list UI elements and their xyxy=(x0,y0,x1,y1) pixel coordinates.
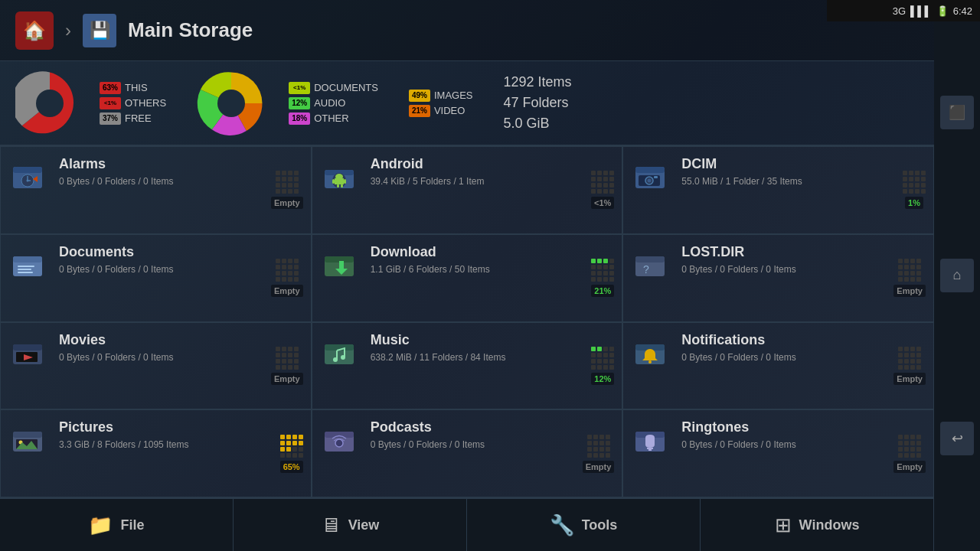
window-button[interactable]: ⬛ xyxy=(940,96,974,129)
pie-chart-1 xyxy=(15,69,84,138)
item-info-movies: Movies 0 Bytes / 0 Folders / 0 Items xyxy=(59,332,303,364)
badge-grid-pictures xyxy=(280,435,303,458)
breadcrumb-arrow: › xyxy=(65,20,71,41)
folder-item-alarms[interactable]: Alarms 0 Bytes / 0 Folders / 0 Items Emp… xyxy=(0,146,312,234)
svg-point-22 xyxy=(648,179,652,183)
main-content: 🏠 › 💾 Main Storage 63% THIS <1% OTHERS xyxy=(0,0,934,551)
legend-item-audio: 12% AUDIO xyxy=(289,97,378,109)
item-badge-download: 21% xyxy=(591,259,614,297)
item-details-download: 1.1 GiB / 6 Folders / 50 Items xyxy=(371,263,615,276)
legend-item-this: 63% THIS xyxy=(100,82,166,94)
android-folder-icon xyxy=(322,156,361,196)
item-badge-ringtones: Empty xyxy=(893,435,926,473)
item-info-download: Download 1.1 GiB / 6 Folders / 50 Items xyxy=(371,244,615,276)
item-info-notifications: Notifications 0 Bytes / 0 Folders / 0 It… xyxy=(681,332,926,364)
home-button[interactable]: 🏠 xyxy=(15,11,54,50)
item-details-music: 638.2 MiB / 11 Folders / 84 Items xyxy=(371,351,615,364)
badge-label-documents: Empty xyxy=(271,285,303,297)
item-name-lost.dir: LOST.DIR xyxy=(681,244,926,260)
item-info-ringtones: Ringtones 0 Bytes / 0 Folders / 0 Items xyxy=(681,419,926,452)
folder-item-podcasts[interactable]: Podcasts 0 Bytes / 0 Folders / 0 Items E… xyxy=(312,409,623,497)
badge-grid-lost.dir xyxy=(898,259,921,282)
item-details-dcim: 55.0 MiB / 1 Folder / 35 Items xyxy=(681,175,926,188)
nav-file[interactable]: 📁 File xyxy=(0,499,234,551)
view-nav-icon: 🖥 xyxy=(321,514,341,537)
legend-label-docs: DOCUMENTS xyxy=(314,82,378,93)
item-name-dcim: DCIM xyxy=(681,156,926,172)
legend-label-others: OTHERS xyxy=(125,97,166,109)
svg-rect-19 xyxy=(635,167,665,173)
back-button[interactable]: ↩ xyxy=(940,422,974,455)
item-badge-pictures: 65% xyxy=(280,435,303,473)
folder-item-music[interactable]: Music 638.2 MiB / 11 Folders / 84 Items … xyxy=(312,322,623,410)
folder-item-lost.dir[interactable]: ? LOST.DIR 0 Bytes / 0 Folders / 0 Items… xyxy=(622,234,934,322)
svg-rect-13 xyxy=(335,178,344,184)
folder-item-download[interactable]: Download 1.1 GiB / 6 Folders / 50 Items … xyxy=(312,234,623,322)
documents-folder-icon xyxy=(10,244,50,284)
badge-label-download: 21% xyxy=(591,285,614,297)
legend-item-docs: <1% DOCUMENTS xyxy=(289,82,378,94)
folder-item-notifications[interactable]: Notifications 0 Bytes / 0 Folders / 0 It… xyxy=(622,322,934,410)
legend-color-this: 63% xyxy=(100,82,121,94)
view-nav-label: View xyxy=(348,517,380,533)
folder-item-movies[interactable]: Movies 0 Bytes / 0 Folders / 0 Items Emp… xyxy=(0,322,312,410)
legend-label-free: FREE xyxy=(125,112,152,124)
badge-label-dcim: 1% xyxy=(905,197,923,209)
item-badge-alarms: Empty xyxy=(271,171,303,209)
battery-icon: 🔋 xyxy=(936,5,949,17)
item-badge-notifications: Empty xyxy=(893,347,926,385)
item-details-podcasts: 0 Bytes / 0 Folders / 0 Items xyxy=(371,439,615,452)
camera-folder-icon xyxy=(632,156,672,196)
folder-item-documents[interactable]: Documents 0 Bytes / 0 Folders / 0 Items … xyxy=(0,234,312,322)
svg-rect-25 xyxy=(13,256,42,262)
tools-nav-label: Tools xyxy=(582,517,618,533)
badge-label-ringtones: Empty xyxy=(893,461,926,473)
legend-item-others: <1% OTHERS xyxy=(100,97,166,109)
download-folder-icon xyxy=(322,244,361,284)
file-nav-label: File xyxy=(120,517,144,533)
svg-rect-56 xyxy=(647,448,653,449)
ringtones-folder-icon xyxy=(632,419,672,459)
badge-grid-alarms xyxy=(276,171,299,194)
stats-area: 63% THIS <1% OTHERS 37% FREE xyxy=(0,61,934,145)
legend-label-video: VIDEO xyxy=(434,105,465,116)
tools-nav-icon: 🔧 xyxy=(550,514,574,537)
folder-item-pictures[interactable]: Pictures 3.3 GiB / 8 Folders / 1095 Item… xyxy=(0,409,312,497)
folder-grid: Alarms 0 Bytes / 0 Folders / 0 Items Emp… xyxy=(0,145,934,497)
legend-label-audio: AUDIO xyxy=(314,97,345,109)
notifications-folder-icon xyxy=(632,332,672,372)
folder-count: 47 Folders xyxy=(504,95,572,111)
folder-item-dcim[interactable]: DCIM 55.0 MiB / 1 Folder / 35 Items 1% xyxy=(622,146,934,234)
item-badge-android: <1% xyxy=(591,171,614,209)
item-name-android: Android xyxy=(371,156,615,172)
legend-2: <1% DOCUMENTS 12% AUDIO 18% OTHER xyxy=(289,82,378,125)
svg-point-0 xyxy=(36,90,64,117)
file-nav-icon: 📁 xyxy=(88,514,113,537)
svg-rect-15 xyxy=(344,179,346,184)
svg-rect-26 xyxy=(18,266,34,267)
status-bar: 3G ▌▌▌ 🔋 6:42 xyxy=(827,0,980,21)
folder-item-android[interactable]: Android 39.4 KiB / 5 Folders / 1 Item <1… xyxy=(312,146,623,234)
badge-grid-android xyxy=(591,171,614,194)
legend-item-images: 49% IMAGES xyxy=(409,90,473,102)
item-details-pictures: 3.3 GiB / 8 Folders / 1095 Items xyxy=(59,439,303,452)
badge-label-movies: Empty xyxy=(271,373,303,385)
home-side-button[interactable]: ⌂ xyxy=(940,259,974,292)
legend-item-other: 18% OTHER xyxy=(289,112,378,125)
nav-view[interactable]: 🖥 View xyxy=(234,499,467,551)
item-details-android: 39.4 KiB / 5 Folders / 1 Item xyxy=(371,175,615,188)
item-name-podcasts: Podcasts xyxy=(371,419,615,435)
legend-color-images: 49% xyxy=(409,90,430,102)
podcasts-folder-icon xyxy=(322,419,361,459)
nav-tools[interactable]: 🔧 Tools xyxy=(467,499,701,551)
nav-windows[interactable]: ⊞ Windows xyxy=(701,499,934,551)
signal-bars: ▌▌▌ xyxy=(910,5,932,17)
item-badge-music: 12% xyxy=(591,347,614,385)
svg-point-41 xyxy=(333,357,338,362)
badge-label-android: <1% xyxy=(591,197,614,209)
legend-label-images: IMAGES xyxy=(434,90,473,101)
svg-rect-17 xyxy=(341,184,343,187)
svg-rect-57 xyxy=(648,449,652,451)
folder-item-ringtones[interactable]: Ringtones 0 Bytes / 0 Folders / 0 Items … xyxy=(622,409,934,497)
svg-rect-33 xyxy=(635,256,665,262)
